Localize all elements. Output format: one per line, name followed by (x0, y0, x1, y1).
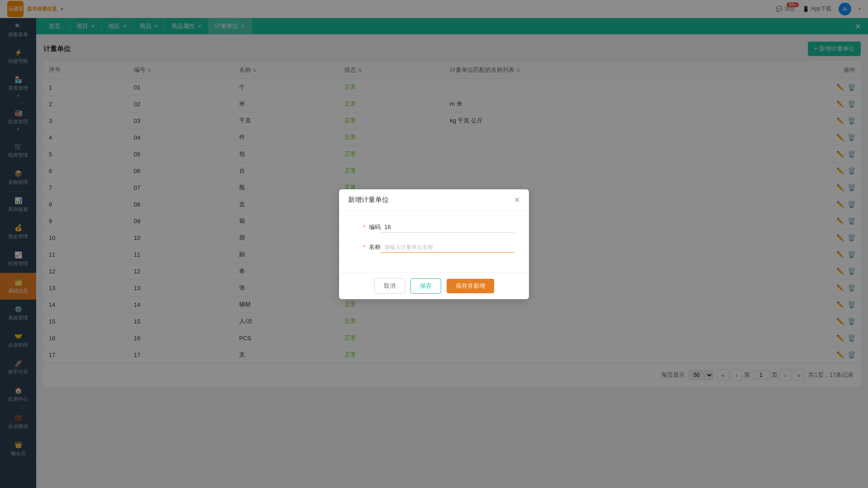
add-unit-modal: 新增计量单位 ✕ * 编码 * 名称 取消 保存 保存并新增 (339, 189, 529, 299)
cancel-button[interactable]: 取消 (374, 278, 405, 294)
save-and-new-button[interactable]: 保存并新增 (447, 279, 494, 293)
modal-close-button[interactable]: ✕ (514, 196, 520, 204)
name-label: * 名称 (354, 243, 381, 251)
modal-footer: 取消 保存 保存并新增 (339, 272, 529, 299)
code-input[interactable] (381, 222, 514, 233)
modal-header: 新增计量单位 ✕ (339, 189, 529, 211)
modal-title: 新增计量单位 (348, 196, 389, 204)
form-item-code: * 编码 (354, 222, 514, 233)
form-item-name: * 名称 (354, 242, 514, 253)
modal-body: * 编码 * 名称 (339, 211, 529, 272)
name-input[interactable] (381, 242, 514, 253)
name-required-mark: * (363, 244, 365, 250)
save-button[interactable]: 保存 (410, 278, 441, 294)
modal-overlay[interactable]: 新增计量单位 ✕ * 编码 * 名称 取消 保存 保存并新增 (0, 0, 868, 488)
code-label: * 编码 (354, 223, 381, 231)
code-required-mark: * (363, 224, 365, 230)
